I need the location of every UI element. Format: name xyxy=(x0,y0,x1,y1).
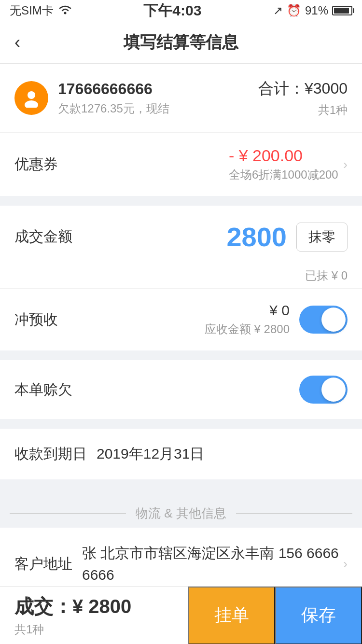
battery-percent: 91% xyxy=(305,4,328,17)
bottom-summary: 成交：¥ 2800 共1种 xyxy=(0,593,188,637)
battery-icon xyxy=(332,6,352,15)
logistics-section: 物流 & 其他信息 客户地址 张 北京市市辖区海淀区永丰南 156 6666 6… xyxy=(0,489,362,600)
status-bar: 无SIM卡 下午4:03 ↗ ⏰ 91% xyxy=(0,0,362,21)
bottom-count: 共1种 xyxy=(14,622,174,637)
toggle-knob xyxy=(321,308,346,332)
coupon-label: 优惠券 xyxy=(14,154,58,174)
coupon-right: - ¥ 200.00 全场6折满1000减200 › xyxy=(229,146,348,182)
divider-line-right xyxy=(236,513,352,514)
svg-point-2 xyxy=(25,100,38,108)
coupon-chevron-icon: › xyxy=(343,157,348,172)
svg-point-1 xyxy=(28,91,35,99)
deal-section: 成交金额 2800 抹零 已抹 ¥ 0 冲预收 ¥ 0 应收金额 ¥ 2800 xyxy=(0,206,362,350)
debt-toggle[interactable] xyxy=(299,376,348,404)
nav-bar: ‹ 填写结算等信息 xyxy=(0,21,362,64)
coupon-discount: - ¥ 200.00 xyxy=(229,146,338,165)
customer-debt: 欠款1276.35元，现结 xyxy=(58,101,169,116)
debt-toggle-knob xyxy=(321,378,346,402)
precollect-amount-block: ¥ 0 应收金额 ¥ 2800 xyxy=(205,302,290,337)
address-label: 客户地址 xyxy=(14,554,72,574)
coupon-description: 全场6折满1000减200 xyxy=(229,167,338,182)
deal-sub-text: 已抹 ¥ 0 xyxy=(0,268,362,288)
deal-right: 2800 抹零 xyxy=(226,221,348,252)
avatar xyxy=(14,81,48,115)
precollect-sub: 应收金额 ¥ 2800 xyxy=(205,322,290,337)
due-date-value: 2019年12月31日 xyxy=(97,444,204,464)
customer-total: 合计：¥3000 共1种 xyxy=(258,78,348,118)
bottom-deal-label: 成交： xyxy=(14,596,72,617)
carrier-text: 无SIM卡 xyxy=(10,3,54,18)
svg-point-0 xyxy=(64,12,66,14)
address-value: 张 北京市市辖区海淀区永丰南 156 6666 6666 xyxy=(82,542,343,586)
hang-order-button[interactable]: 挂单 xyxy=(188,587,275,644)
customer-info: 17666666666 欠款1276.35元，现结 xyxy=(58,80,169,116)
content-area: 17666666666 欠款1276.35元，现结 合计：¥3000 共1种 优… xyxy=(0,64,362,644)
logistics-section-label: 物流 & 其他信息 xyxy=(136,505,226,522)
bottom-bar: 成交：¥ 2800 共1种 挂单 保存 xyxy=(0,586,362,644)
deal-amount-label: 成交金额 xyxy=(14,227,72,247)
deal-amount-row: 成交金额 2800 抹零 xyxy=(0,206,362,268)
precollect-label: 冲预收 xyxy=(14,310,58,330)
customer-left: 17666666666 欠款1276.35元，现结 xyxy=(14,80,169,116)
customer-card: 17666666666 欠款1276.35元，现结 合计：¥3000 共1种 优… xyxy=(0,64,362,196)
bottom-deal-amount: ¥ 2800 xyxy=(72,596,131,617)
precollect-amount: ¥ 0 xyxy=(205,302,290,319)
location-icon: ↗ xyxy=(273,4,283,17)
total-count: 共1种 xyxy=(258,102,348,118)
divider-line-left xyxy=(10,513,126,514)
precollect-row: 冲预收 ¥ 0 应收金额 ¥ 2800 xyxy=(0,288,362,350)
save-button[interactable]: 保存 xyxy=(275,587,362,644)
bottom-deal-line: 成交：¥ 2800 xyxy=(14,593,174,620)
due-date-row: 收款到期日 2019年12月31日 xyxy=(0,429,362,479)
alarm-icon: ⏰ xyxy=(287,4,301,17)
debt-label: 本单赊欠 xyxy=(14,380,72,400)
section-divider: 物流 & 其他信息 xyxy=(0,499,362,528)
customer-phone: 17666666666 xyxy=(58,80,169,98)
due-date-label: 收款到期日 xyxy=(14,444,87,464)
status-time: 下午4:03 xyxy=(143,1,201,21)
round-zero-button[interactable]: 抹零 xyxy=(296,223,348,252)
address-chevron-icon: › xyxy=(343,556,348,572)
page-title: 填写结算等信息 xyxy=(124,31,238,54)
precollect-right: ¥ 0 应收金额 ¥ 2800 xyxy=(205,302,348,337)
coupon-row[interactable]: 优惠券 - ¥ 200.00 全场6折满1000减200 › xyxy=(0,132,362,196)
status-right: ↗ ⏰ 91% xyxy=(273,4,352,17)
debt-row: 本单赊欠 xyxy=(0,360,362,419)
precollect-toggle[interactable] xyxy=(299,306,348,334)
back-button[interactable]: ‹ xyxy=(14,32,20,53)
total-amount: 合计：¥3000 xyxy=(258,78,348,99)
wifi-icon xyxy=(58,4,72,17)
status-left: 无SIM卡 xyxy=(10,3,72,18)
deal-amount-value: 2800 xyxy=(226,221,287,252)
customer-row: 17666666666 欠款1276.35元，现结 合计：¥3000 共1种 xyxy=(0,64,362,132)
